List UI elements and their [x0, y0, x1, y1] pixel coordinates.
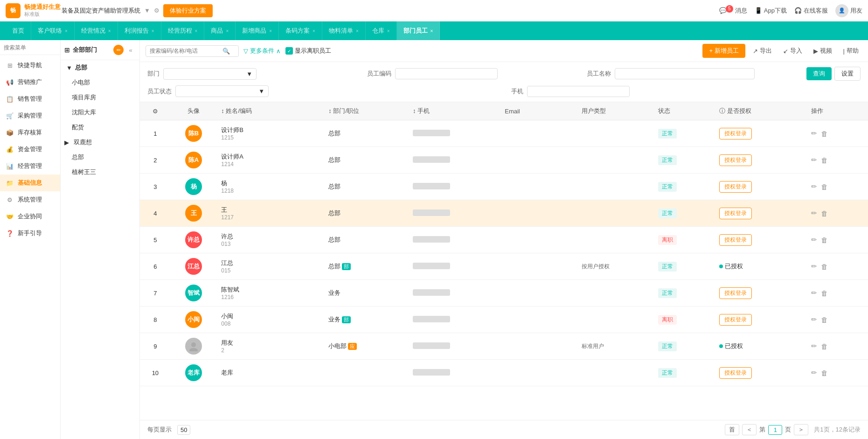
message-item[interactable]: 💬 5 消息	[719, 7, 747, 15]
delete-icon[interactable]: 🗑	[821, 369, 828, 377]
auth-login-btn[interactable]: 授权登录	[719, 154, 752, 166]
close-icon[interactable]: ×	[195, 28, 198, 34]
edit-icon[interactable]: ✏	[811, 315, 817, 324]
delete-icon[interactable]: 🗑	[821, 263, 828, 271]
edit-icon[interactable]: ✏	[811, 289, 817, 297]
sidebar-item-marketing[interactable]: 📢 营销推广	[0, 74, 60, 91]
online-service-item[interactable]: 🎧 在线客服	[794, 7, 828, 15]
edit-icon[interactable]: ✏	[811, 156, 817, 164]
tree-item-xiangmu[interactable]: 项目库房	[61, 90, 139, 105]
delete-icon[interactable]: 🗑	[821, 209, 828, 217]
tab-customer[interactable]: 客户联络 ×	[31, 21, 75, 40]
edit-icon[interactable]: ✏	[811, 129, 817, 138]
sidebar-item-purchase[interactable]: 🛒 采购管理	[0, 107, 60, 124]
col-phone[interactable]: ↕ 手机	[408, 102, 500, 120]
tab-new-product[interactable]: 新增商品 ×	[236, 21, 279, 40]
close-icon[interactable]: ×	[431, 28, 433, 34]
tab-operation[interactable]: 经营情况 ×	[75, 21, 118, 40]
edit-icon[interactable]: ✏	[811, 262, 817, 271]
user-avatar[interactable]: 👤 用友	[835, 4, 862, 17]
sidebar-search-input[interactable]	[4, 44, 61, 51]
sidebar-item-inventory[interactable]: 📦 库存核算	[0, 124, 60, 141]
close-icon[interactable]: ×	[356, 28, 359, 34]
show-resign-toggle[interactable]: ✓ 显示离职员工	[285, 47, 331, 55]
trial-button[interactable]: 体验行业方案	[163, 4, 213, 17]
delete-icon[interactable]: 🗑	[821, 342, 828, 350]
phone-input[interactable]	[527, 86, 630, 97]
sidebar-item-sales[interactable]: 📋 销售管理	[0, 91, 60, 107]
auth-login-btn[interactable]: 授权登录	[719, 208, 752, 219]
delete-icon[interactable]: 🗑	[821, 289, 828, 297]
sidebar-item-operation[interactable]: 📊 经营管理	[0, 158, 60, 174]
sidebar-item-enterprise[interactable]: 🤝 企业协同	[0, 208, 60, 225]
current-page[interactable]: 1	[768, 425, 782, 435]
sidebar-item-system[interactable]: ⚙ 系统管理	[0, 191, 60, 208]
prev-page-btn[interactable]: ＜	[742, 424, 757, 435]
edit-icon[interactable]: ✏	[811, 369, 817, 377]
close-icon[interactable]: ×	[65, 28, 68, 34]
col-dept[interactable]: ↕ 部门/职位	[324, 102, 408, 120]
more-filter-btn[interactable]: ▽ 更多条件 ∧	[243, 47, 281, 55]
tab-home[interactable]: 首页	[6, 21, 31, 40]
close-icon[interactable]: ×	[226, 28, 229, 34]
status-select[interactable]: ▼	[175, 85, 269, 97]
gear-icon[interactable]: ▼	[144, 7, 150, 14]
tab-process[interactable]: 经营历程 ×	[161, 21, 205, 40]
delete-icon[interactable]: 🗑	[821, 236, 828, 244]
col-name[interactable]: ↕ 姓名/编码	[216, 102, 324, 120]
sidebar-item-quick-nav[interactable]: ⊞ 快捷导航	[0, 57, 60, 74]
tree-item-zongbu-parent[interactable]: ▼ 总部	[61, 60, 139, 75]
sidebar-item-basic-info[interactable]: 📁 基础信息	[0, 174, 60, 191]
delete-icon[interactable]: 🗑	[821, 316, 828, 324]
close-icon[interactable]: ×	[387, 28, 390, 34]
edit-icon[interactable]: ✏	[811, 209, 817, 217]
auth-login-btn[interactable]: 授权登录	[719, 128, 752, 139]
view-button[interactable]: ▶ 视频	[810, 44, 836, 57]
query-button[interactable]: 查询	[806, 67, 832, 80]
tab-product[interactable]: 商品 ×	[204, 21, 236, 40]
delete-icon[interactable]: 🗑	[821, 156, 828, 164]
tab-warehouse[interactable]: 仓库 ×	[366, 21, 397, 40]
edit-icon[interactable]: ✏	[811, 342, 817, 350]
tab-profit[interactable]: 利润报告 ×	[118, 21, 161, 40]
close-icon[interactable]: ×	[269, 28, 272, 34]
tree-item-zongbu-child[interactable]: 总部	[61, 150, 139, 165]
tab-material[interactable]: 物料清单 ×	[322, 21, 366, 40]
tree-item-zhishu[interactable]: 植树王三	[61, 165, 139, 180]
dept-select[interactable]: ▼	[163, 68, 257, 80]
settings-button[interactable]: 设置	[834, 67, 861, 81]
search-input[interactable]	[150, 48, 220, 54]
app-download-item[interactable]: 📱 App下载	[755, 7, 787, 15]
import-button[interactable]: ↙ 导入	[779, 44, 806, 57]
edit-icon[interactable]: ✏	[811, 182, 817, 191]
delete-icon[interactable]: 🗑	[821, 183, 828, 191]
help-button[interactable]: | 帮助	[840, 44, 862, 57]
tree-item-peihuo[interactable]: 配货	[61, 120, 139, 135]
tree-add-btn[interactable]: ✏	[113, 45, 124, 55]
sidebar-item-finance[interactable]: 💰 资金管理	[0, 141, 60, 158]
auth-login-btn[interactable]: 授权登录	[719, 367, 752, 379]
delete-icon[interactable]: 🗑	[821, 130, 828, 138]
first-page-btn[interactable]: 首	[725, 424, 739, 435]
edit-icon[interactable]: ✏	[811, 236, 817, 244]
code-input[interactable]	[395, 68, 498, 79]
sidebar-item-guide[interactable]: ❓ 新手引导	[0, 225, 60, 242]
tree-collapse-btn[interactable]: «	[125, 45, 136, 55]
tree-item-shenyang[interactable]: 沈阳大库	[61, 105, 139, 120]
close-icon[interactable]: ×	[152, 28, 154, 34]
export-button[interactable]: ↗ 导出	[749, 44, 776, 57]
auth-login-btn[interactable]: 授权登录	[719, 287, 752, 299]
tree-item-shuanglu[interactable]: ▶ 双鹿想	[61, 135, 139, 150]
add-employee-button[interactable]: + 新增员工	[702, 44, 745, 58]
name-input[interactable]	[615, 68, 755, 79]
next-page-btn[interactable]: ＞	[794, 424, 808, 435]
auth-login-btn[interactable]: 授权登录	[719, 234, 752, 246]
col-settings[interactable]: ⚙	[140, 102, 171, 120]
settings-icon[interactable]: ⚙	[154, 7, 160, 14]
tab-barcode[interactable]: 条码方案 ×	[279, 21, 322, 40]
tree-item-xiaodibu[interactable]: 小电部	[61, 75, 139, 90]
auth-login-btn[interactable]: 授权登录	[719, 314, 752, 326]
tab-department[interactable]: 部门员工 ×	[397, 21, 440, 40]
close-icon[interactable]: ×	[312, 28, 315, 34]
close-icon[interactable]: ×	[108, 28, 111, 34]
